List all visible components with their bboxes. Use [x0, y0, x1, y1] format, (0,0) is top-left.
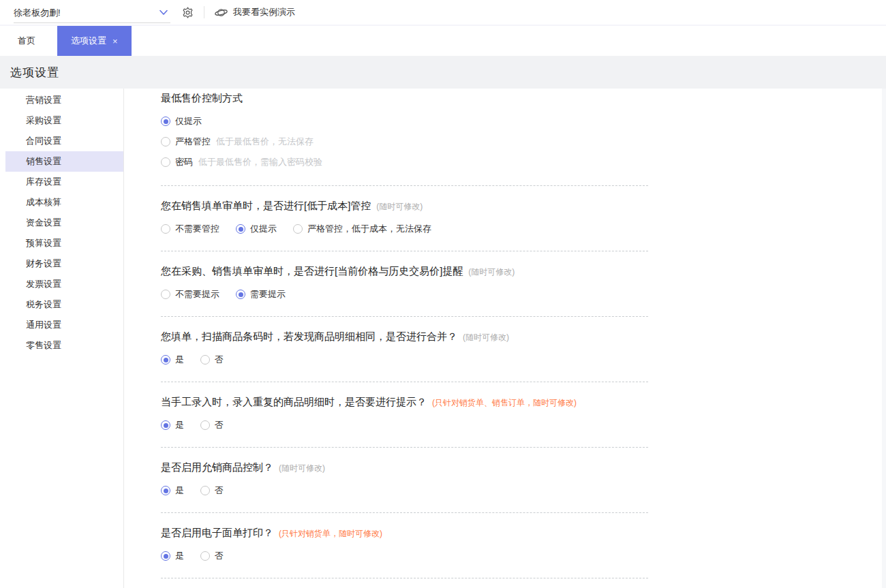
radio-hint: 低于最低售价，无法保存 [216, 136, 314, 148]
sidebar-item[interactable]: 销售设置 [5, 151, 123, 172]
sidebar-item[interactable]: 成本核算 [5, 192, 123, 213]
option-group: 不需要提示需要提示 [161, 288, 648, 301]
sidebar-item[interactable]: 通用设置 [5, 315, 123, 335]
tab-options[interactable]: 选项设置× [57, 26, 132, 56]
radio-icon[interactable] [200, 420, 210, 430]
radio-option[interactable]: 严格管控低于最低售价，无法保存 [161, 135, 648, 149]
radio-option[interactable]: 严格管控，低于成本，无法保存 [293, 222, 431, 236]
radio-label: 严格管控 [175, 136, 211, 148]
section-title-row: 是否启用电子面单打印？(只针对销货单，随时可修改) [161, 526, 648, 540]
content-area: 营销设置采购设置合同设置销售设置库存设置成本核算资金设置预算设置财务设置发票设置… [0, 89, 886, 588]
radio-option[interactable]: 密码低于最低售价，需输入密码校验 [161, 155, 648, 169]
section-title: 是否启用允销商品控制？ [161, 461, 273, 473]
section-title: 您在销售填单审单时，是否进行[低于成本]管控 [161, 200, 371, 211]
radio-icon[interactable] [200, 486, 210, 495]
scrollbar[interactable] [882, 89, 886, 588]
radio-option[interactable]: 否 [200, 353, 224, 367]
radio-label: 否 [215, 419, 224, 431]
settings-section: 最低售价控制方式仅提示严格管控低于最低售价，无法保存密码低于最低售价，需输入密码… [161, 91, 648, 186]
sidebar-item[interactable]: 采购设置 [5, 110, 123, 131]
sidebar-item[interactable]: 零售设置 [5, 335, 123, 356]
radio-option[interactable]: 否 [200, 418, 224, 432]
section-title: 最低售价控制方式 [161, 92, 243, 104]
section-title-row: 您在销售填单审单时，是否进行[低于成本]管控(随时可修改) [161, 199, 648, 213]
radio-icon[interactable] [161, 157, 170, 167]
sidebar: 营销设置采购设置合同设置销售设置库存设置成本核算资金设置预算设置财务设置发票设置… [0, 89, 124, 588]
company-name: 徐老板勿删! [14, 7, 61, 19]
sidebar-item[interactable]: 合同设置 [5, 131, 123, 151]
planet-icon [214, 7, 228, 18]
radio-icon[interactable] [161, 551, 170, 561]
radio-icon[interactable] [161, 117, 170, 126]
radio-option[interactable]: 是 [161, 418, 184, 432]
gear-icon [181, 6, 194, 19]
settings-button[interactable] [181, 6, 194, 19]
radio-icon[interactable] [236, 224, 245, 234]
company-selector[interactable]: 徐老板勿删! [14, 3, 170, 23]
settings-section: 是否启用允销商品控制？(随时可修改)是否 [161, 461, 648, 513]
sidebar-item[interactable]: 财务设置 [5, 253, 123, 274]
sidebar-item[interactable]: 发票设置 [5, 274, 123, 294]
radio-label: 不需要管控 [175, 223, 219, 235]
radio-option[interactable]: 否 [200, 484, 224, 497]
sidebar-item[interactable]: 库存设置 [5, 172, 123, 192]
radio-icon[interactable] [200, 355, 210, 365]
sidebar-item[interactable]: 预算设置 [5, 233, 123, 253]
sidebar-item[interactable]: 资金设置 [5, 213, 123, 233]
tab-label: 首页 [18, 35, 35, 47]
topbar-divider [204, 6, 204, 18]
close-icon[interactable]: × [112, 37, 118, 46]
radio-label: 是 [175, 550, 184, 562]
tab-home[interactable]: 首页 [8, 26, 45, 56]
settings-section: 您在销售填单审单时，是否进行[低于成本]管控(随时可修改)不需要管控仅提示严格管… [161, 199, 648, 251]
radio-icon[interactable] [161, 420, 170, 430]
section-title-row: 是否启用允销商品控制？(随时可修改) [161, 461, 648, 474]
topbar: 徐老板勿删! 我要看实例演示 [0, 0, 886, 26]
section-hint: (随时可修改) [468, 267, 515, 277]
radio-label: 密码 [175, 156, 193, 168]
sidebar-item[interactable]: 营销设置 [5, 90, 123, 110]
radio-option[interactable]: 否 [200, 549, 224, 563]
radio-option[interactable]: 不需要提示 [161, 288, 219, 301]
option-group: 是否 [161, 484, 648, 497]
section-hint: (随时可修改) [279, 463, 325, 473]
settings-panel: 最低售价控制方式仅提示严格管控低于最低售价，无法保存密码低于最低售价，需输入密码… [124, 89, 648, 588]
page-title-band: 选项设置 [0, 56, 886, 89]
radio-option[interactable]: 不需要管控 [161, 222, 219, 236]
radio-label: 是 [175, 484, 184, 497]
section-title-row: 您填单，扫描商品条码时，若发现商品明细相同，是否进行合并？(随时可修改) [161, 330, 648, 343]
radio-icon[interactable] [161, 355, 170, 365]
page-title: 选项设置 [10, 65, 59, 80]
radio-icon[interactable] [161, 224, 170, 234]
sidebar-item[interactable]: 税务设置 [5, 294, 123, 315]
section-hint: (只针对销货单、销售订单，随时可修改) [432, 398, 577, 407]
section-title-row: 您在采购、销售填单审单时，是否进行[当前价格与历史交易价]提醒(随时可修改) [161, 264, 648, 278]
radio-icon[interactable] [161, 137, 170, 146]
section-title-row: 最低售价控制方式 [161, 91, 648, 105]
radio-option[interactable]: 需要提示 [236, 288, 286, 301]
demo-link-label: 我要看实例演示 [233, 6, 295, 18]
chevron-down-icon [159, 10, 168, 16]
radio-icon[interactable] [161, 290, 170, 299]
radio-label: 仅提示 [175, 115, 202, 127]
tab-label: 选项设置 [71, 35, 106, 47]
radio-label: 需要提示 [250, 288, 286, 300]
radio-icon[interactable] [161, 486, 170, 495]
section-title: 当手工录入时，录入重复的商品明细时，是否要进行提示？ [161, 396, 427, 407]
radio-label: 不需要提示 [175, 288, 219, 300]
radio-option[interactable]: 是 [161, 484, 184, 497]
section-title: 是否启用电子面单打印？ [161, 527, 273, 538]
demo-link[interactable]: 我要看实例演示 [214, 6, 295, 18]
option-group: 是否 [161, 418, 648, 432]
radio-option[interactable]: 仅提示 [161, 114, 648, 128]
option-group: 仅提示严格管控低于最低售价，无法保存密码低于最低售价，需输入密码校验 [161, 114, 648, 169]
radio-icon[interactable] [293, 224, 303, 234]
radio-icon[interactable] [200, 551, 210, 561]
radio-option[interactable]: 仅提示 [236, 222, 277, 236]
radio-option[interactable]: 是 [161, 353, 184, 367]
section-hint: (随时可修改) [463, 332, 509, 342]
radio-label: 是 [175, 419, 184, 431]
option-group: 是否 [161, 549, 648, 563]
radio-option[interactable]: 是 [161, 549, 184, 563]
radio-icon[interactable] [236, 290, 245, 299]
